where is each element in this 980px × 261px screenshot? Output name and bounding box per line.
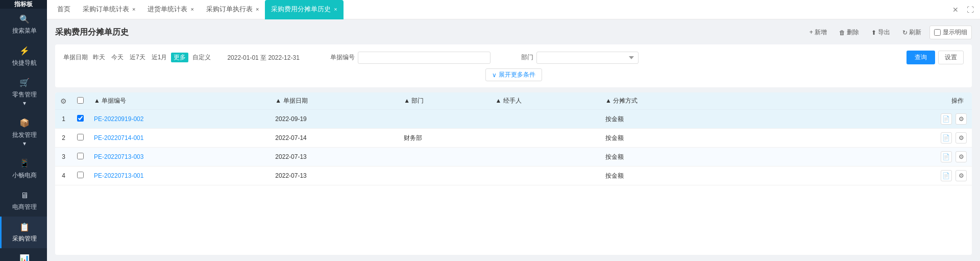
sidebar-item-search[interactable]: 🔍 搜索菜单 [0, 9, 47, 40]
export-button[interactable]: ⬆ 导出 [867, 26, 894, 39]
sidebar-item-inventory[interactable]: 📊 库存核算 [0, 248, 47, 261]
view-op-icon[interactable]: 📄 [941, 151, 952, 162]
row-ops-cell: 📄 ⚙ [855, 129, 972, 148]
expand-more-button[interactable]: ∨ 展开更多条件 [485, 68, 542, 81]
date-option-7days[interactable]: 近7天 [128, 53, 148, 62]
filter-settings-button[interactable]: 设置 [938, 51, 964, 64]
row-checkbox[interactable] [77, 153, 84, 159]
close-icon[interactable]: × [190, 6, 193, 12]
row-handler-cell [490, 148, 600, 167]
tab-home[interactable]: 首页 [51, 0, 77, 19]
edit-op-icon[interactable]: ⚙ [955, 151, 967, 162]
date-option-custom[interactable]: 自定义 [190, 53, 213, 62]
show-cols-checkbox[interactable] [934, 29, 941, 36]
col-header-docnum[interactable]: ▲ 单据编号 [89, 92, 270, 110]
row-docdate-cell: 2022-07-14 [270, 129, 399, 148]
date-option-more[interactable]: 更多 [171, 53, 188, 62]
row-docdate-cell: 2022-07-13 [270, 167, 399, 185]
tab-actions: ✕ ⛶ [950, 5, 976, 15]
col-header-ops: 操作 [855, 92, 972, 110]
expand-row: ∨ 展开更多条件 [63, 68, 964, 81]
tab-purchase-exec[interactable]: 采购订单执行表 × [200, 0, 265, 19]
close-icon[interactable]: × [132, 6, 135, 12]
tab-receipt-summary-label: 进货单统计表 [148, 5, 187, 14]
edit-op-icon[interactable]: ⚙ [955, 170, 967, 181]
row-docnum-cell: PE-20220714-001 [89, 129, 270, 148]
row-checkbox[interactable] [77, 172, 84, 178]
page-title: 采购费用分摊单历史 [55, 27, 129, 38]
col-header-handler[interactable]: ▲ 经手人 [490, 92, 600, 110]
row-splitmethod-cell: 按金额 [600, 148, 855, 167]
header-actions: + 新增 🗑 删除 ⬆ 导出 ↻ 刷新 显示明细 [805, 26, 972, 39]
tab-purchase-cost[interactable]: 采购费用分摊单历史 × [265, 0, 343, 19]
docnum-input[interactable] [358, 52, 491, 64]
docnum-link[interactable]: PE-20220713-003 [94, 153, 143, 160]
row-checkbox-cell[interactable] [72, 167, 89, 185]
data-table: ⚙ ▲ 单据编号 ▲ 单据日期 ▲ 部门 [55, 92, 972, 185]
row-splitmethod-cell: 按金额 [600, 110, 855, 129]
col-settings-header[interactable]: ⚙ [55, 92, 72, 110]
tab-purchase-summary[interactable]: 采购订单统计表 × [77, 0, 141, 19]
search-button[interactable]: 查询 [906, 51, 935, 64]
table-row[interactable]: 1 PE-20220919-002 2022-09-19 按金额 📄 ⚙ [55, 110, 972, 129]
add-button[interactable]: + 新增 [805, 26, 831, 39]
table-row[interactable]: 3 PE-20220713-003 2022-07-13 按金额 📄 ⚙ [55, 148, 972, 167]
date-option-yesterday[interactable]: 昨天 [91, 53, 107, 62]
date-range-value: 2022-01-01 至 2022-12-31 [227, 54, 299, 62]
row-docnum-cell: PE-20220713-001 [89, 167, 270, 185]
tab-purchase-exec-label: 采购订单执行表 [206, 5, 253, 14]
row-handler-cell [490, 110, 600, 129]
col-header-splitmethod[interactable]: ▲ 分摊方式 [600, 92, 855, 110]
sidebar-item-wholesale[interactable]: 📦 批发管理 ▾ [0, 112, 47, 153]
row-handler-cell [490, 129, 600, 148]
row-checkbox-cell[interactable] [72, 110, 89, 129]
sidebar-item-shortcut[interactable]: ⚡ 快捷导航 [0, 40, 47, 72]
col-handler-label: ▲ 经手人 [495, 97, 521, 104]
sidebar-item-mini[interactable]: 📱 小畅电商 [0, 153, 47, 184]
sidebar-item-retail[interactable]: 🛒 零售管理 ▾ [0, 72, 47, 112]
tab-receipt-summary[interactable]: 进货单统计表 × [141, 0, 200, 19]
view-op-icon[interactable]: 📄 [941, 170, 952, 181]
sidebar-item-ecommerce[interactable]: 🖥 电商管理 [0, 185, 47, 217]
close-icon[interactable]: × [334, 6, 337, 12]
table-row[interactable]: 2 PE-20220714-001 2022-07-14 财务部 按金额 📄 ⚙ [55, 129, 972, 148]
sidebar-item-purchase[interactable]: 📋 采购管理 [0, 217, 47, 248]
view-op-icon[interactable]: 📄 [941, 132, 952, 144]
dept-select[interactable] [536, 52, 639, 64]
docnum-link[interactable]: PE-20220919-002 [94, 115, 143, 123]
row-checkbox[interactable] [77, 115, 84, 122]
col-header-docdate[interactable]: ▲ 单据日期 [270, 92, 399, 110]
edit-op-icon[interactable]: ⚙ [955, 132, 967, 144]
date-label: 单据日期 [63, 53, 88, 62]
row-checkbox-cell[interactable] [72, 129, 89, 148]
select-all-checkbox[interactable] [77, 97, 84, 104]
checkbox-header[interactable] [72, 92, 89, 110]
row-dept-cell [399, 110, 490, 129]
show-cols-button[interactable]: 显示明细 [929, 26, 972, 39]
row-checkbox-cell[interactable] [72, 148, 89, 167]
docnum-link[interactable]: PE-20220713-001 [94, 172, 143, 179]
view-op-icon[interactable]: 📄 [941, 113, 952, 125]
tab-purchase-summary-label: 采购订单统计表 [83, 5, 129, 14]
refresh-button[interactable]: ↻ 刷新 [898, 26, 925, 39]
delete-label: 删除 [847, 28, 859, 37]
sidebar-item-label: 电商管理 [12, 203, 37, 211]
sidebar-item-label: 小畅电商 [12, 171, 37, 180]
box-icon: 📦 [19, 117, 30, 129]
page-header: 采购费用分摊单历史 + 新增 🗑 删除 ⬆ 导出 ↻ 刷新 显示明细 [55, 26, 972, 39]
close-all-tabs-button[interactable]: ✕ [950, 5, 961, 15]
row-checkbox[interactable] [77, 134, 84, 140]
maximize-button[interactable]: ⛶ [965, 5, 976, 15]
delete-button[interactable]: 🗑 删除 [835, 26, 863, 39]
col-header-dept[interactable]: ▲ 部门 [399, 92, 490, 110]
sidebar-item-label: 快捷导航 [12, 59, 37, 67]
date-option-today[interactable]: 今天 [109, 53, 126, 62]
date-option-1month[interactable]: 近1月 [150, 53, 169, 62]
row-handler-cell [490, 167, 600, 185]
table-row[interactable]: 4 PE-20220713-001 2022-07-13 按金额 📄 ⚙ [55, 167, 972, 185]
edit-op-icon[interactable]: ⚙ [955, 113, 967, 125]
chevron-down-icon: ∨ [492, 72, 497, 79]
filter-row-1: 单据日期 昨天 今天 近7天 近1月 更多 自定义 2022-01-01 至 2… [63, 51, 964, 64]
docnum-link[interactable]: PE-20220714-001 [94, 134, 143, 141]
close-icon[interactable]: × [256, 6, 259, 12]
